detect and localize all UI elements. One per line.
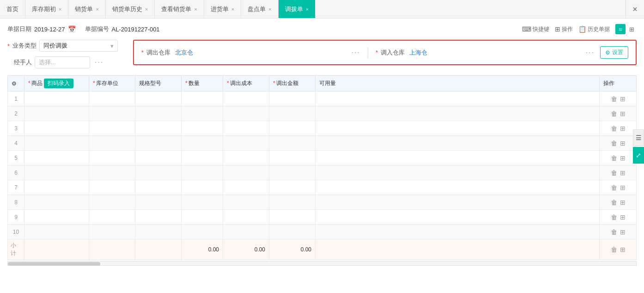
cell-qty[interactable] (182, 106, 223, 121)
copy-icon[interactable]: ⊞ (620, 199, 626, 206)
cell-available[interactable] (316, 136, 600, 151)
cell-amount[interactable] (269, 121, 316, 136)
cell-cost[interactable] (223, 92, 269, 106)
copy-icon[interactable]: ⊞ (620, 246, 626, 253)
tab-close-sales-order[interactable]: × (96, 6, 98, 12)
cell-cost[interactable] (223, 225, 269, 239)
cell-unit[interactable] (89, 165, 135, 180)
cell-qty[interactable] (182, 151, 223, 165)
layout-grid-button[interactable]: ⊞ (626, 24, 637, 34)
window-close-button[interactable]: × (626, 0, 644, 18)
cell-product[interactable] (24, 165, 89, 180)
cell-product[interactable] (24, 121, 89, 136)
delete-icon[interactable]: 🗑 (611, 154, 617, 162)
cell-spec[interactable] (135, 195, 182, 210)
shortcut-button[interactable]: ⌨ 快捷键 (522, 25, 549, 33)
cell-cost[interactable] (223, 121, 269, 136)
cell-qty[interactable] (182, 225, 223, 239)
tab-home[interactable]: 首页 (0, 0, 25, 18)
copy-icon[interactable]: ⊞ (620, 140, 626, 147)
delete-icon[interactable]: 🗑 (611, 246, 617, 253)
cell-spec[interactable] (135, 210, 182, 225)
in-warehouse-more[interactable]: ··· (586, 49, 595, 57)
delete-icon[interactable]: 🗑 (611, 125, 617, 132)
cell-spec[interactable] (135, 180, 182, 195)
cell-available[interactable] (316, 92, 600, 106)
cell-cost[interactable] (223, 151, 269, 165)
tab-purchase[interactable]: 进货单 × (204, 0, 241, 18)
cell-qty[interactable] (182, 136, 223, 151)
copy-icon[interactable]: ⊞ (620, 214, 626, 221)
copy-icon[interactable]: ⊞ (620, 169, 626, 177)
cell-amount[interactable] (269, 195, 316, 210)
horizontal-scrollbar[interactable] (7, 261, 637, 266)
tab-close-inventory-check[interactable]: × (268, 6, 271, 12)
copy-icon[interactable]: ⊞ (620, 125, 626, 132)
tab-close-transfer[interactable]: × (306, 6, 309, 12)
delete-icon[interactable]: 🗑 (611, 214, 617, 221)
cell-cost[interactable] (223, 195, 269, 210)
cell-qty[interactable] (182, 92, 223, 106)
tab-view-sales[interactable]: 查看销货单 × (155, 0, 204, 18)
copy-icon[interactable]: ⊞ (620, 228, 626, 236)
delete-icon[interactable]: 🗑 (611, 228, 617, 236)
tab-close-sales-history[interactable]: × (145, 6, 148, 12)
delete-icon[interactable]: 🗑 (611, 169, 617, 177)
settings-button[interactable]: ⚙ 设置 (600, 46, 628, 59)
cell-amount[interactable] (269, 106, 316, 121)
cell-qty[interactable] (182, 210, 223, 225)
business-type-dropdown[interactable]: 同价调拨 ▾ (39, 40, 118, 52)
cell-available[interactable] (316, 210, 600, 225)
cell-spec[interactable] (135, 225, 182, 239)
cell-available[interactable] (316, 225, 600, 239)
cell-amount[interactable] (269, 136, 316, 151)
cell-spec[interactable] (135, 121, 182, 136)
cell-amount[interactable] (269, 225, 316, 239)
sidebar-expand-icon[interactable]: ⤢ (633, 147, 644, 164)
tab-inventory-init[interactable]: 库存期初 × (25, 0, 68, 18)
cell-unit[interactable] (89, 151, 135, 165)
cell-cost[interactable] (223, 106, 269, 121)
cell-product[interactable] (24, 106, 89, 121)
tab-sales-order[interactable]: 销货单 × (68, 0, 105, 18)
cell-amount[interactable] (269, 210, 316, 225)
delete-icon[interactable]: 🗑 (611, 110, 617, 117)
cell-unit[interactable] (89, 121, 135, 136)
tab-close-inventory-init[interactable]: × (59, 6, 61, 12)
cell-amount[interactable] (269, 92, 316, 106)
delete-icon[interactable]: 🗑 (611, 95, 617, 103)
calendar-icon[interactable]: 📅 (68, 25, 76, 33)
delete-icon[interactable]: 🗑 (611, 199, 617, 206)
cell-available[interactable] (316, 151, 600, 165)
sidebar-list-icon[interactable]: ☰ (633, 129, 644, 146)
cell-spec[interactable] (135, 151, 182, 165)
agent-more-button[interactable]: ··· (95, 58, 103, 67)
cell-cost[interactable] (223, 136, 269, 151)
cell-qty[interactable] (182, 121, 223, 136)
cell-cost[interactable] (223, 165, 269, 180)
cell-qty[interactable] (182, 165, 223, 180)
tab-inventory-check[interactable]: 盘点单 × (241, 0, 278, 18)
cell-available[interactable] (316, 180, 600, 195)
scrollbar-thumb[interactable] (8, 262, 100, 266)
cell-unit[interactable] (89, 210, 135, 225)
cell-unit[interactable] (89, 180, 135, 195)
delete-icon[interactable]: 🗑 (611, 140, 617, 147)
cell-product[interactable] (24, 136, 89, 151)
copy-icon[interactable]: ⊞ (620, 154, 626, 162)
cell-product[interactable] (24, 151, 89, 165)
col-settings[interactable]: ⚙ (8, 76, 24, 92)
layout-list-button[interactable]: ≡ (615, 24, 626, 34)
cell-unit[interactable] (89, 195, 135, 210)
agent-input[interactable]: 选择... (35, 56, 90, 68)
copy-icon[interactable]: ⊞ (620, 95, 626, 103)
cell-available[interactable] (316, 195, 600, 210)
cell-unit[interactable] (89, 106, 135, 121)
tab-transfer[interactable]: 调拨单 × (279, 0, 316, 18)
cell-available[interactable] (316, 121, 600, 136)
cell-unit[interactable] (89, 225, 135, 239)
cell-qty[interactable] (182, 195, 223, 210)
cell-product[interactable] (24, 195, 89, 210)
cell-available[interactable] (316, 165, 600, 180)
cell-product[interactable] (24, 180, 89, 195)
